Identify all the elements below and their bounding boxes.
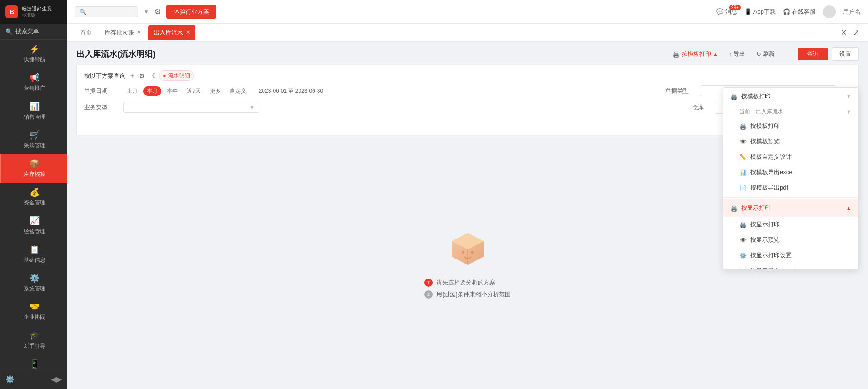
date-tab-more[interactable]: 更多: [206, 86, 224, 96]
settings-bottom-icon[interactable]: ⚙️: [5, 375, 15, 384]
app-download-btn[interactable]: 📱 App下载: [744, 8, 776, 16]
customer-service-btn[interactable]: 🎧 在线客服: [783, 8, 816, 16]
preview-icon-1: 👁️: [739, 138, 747, 145]
sidebar-item-cooperation[interactable]: 🤝 企业协同: [0, 297, 67, 326]
dropdown-item-template-export-pdf[interactable]: 📄 按模板导出pdf: [723, 180, 858, 195]
date-tab-current-month[interactable]: 本月: [143, 86, 161, 96]
dropdown-item-template-preview[interactable]: 👁️ 按模板预览: [723, 134, 858, 149]
sidebar-item-basic[interactable]: 📋 基础信息: [0, 240, 67, 269]
display-print-section-header[interactable]: 🖨️ 按显示打印 ▲: [723, 199, 858, 217]
warehouse-label: 仓库: [692, 103, 704, 111]
sidebar-item-operations[interactable]: 📈 经营管理: [0, 211, 67, 240]
query-btn[interactable]: 查询: [798, 48, 828, 60]
sidebar-item-app-center[interactable]: 📱 应用中心: [0, 354, 67, 369]
dropdown-item-display-print-settings-label: 按显示打印设置: [750, 251, 792, 259]
svg-point-3: [462, 251, 464, 254]
empty-illustration: [445, 224, 490, 269]
app-download-label: App下载: [753, 8, 776, 16]
topbar: 🔍 ▼ ⚙ 体验行业方案 💬 消息 99+ 📱 App下载 🎧 在线客服 用户名: [67, 0, 868, 24]
tabbar-right: ✕ ⤢: [839, 26, 861, 39]
tip-number-2: ②: [424, 290, 433, 299]
sidebar-item-finance[interactable]: 💰 资金管理: [0, 183, 67, 211]
export-label: 导出: [733, 50, 745, 58]
page-content: 出入库流水(流水明细) 🖨️ 按模板打印 ▲ ↑ 导出 ↻ 刷新 ··· 查询 …: [67, 42, 868, 389]
filter-collapse-btn[interactable]: 《: [149, 72, 155, 80]
dropdown-scroll: 🖨️ 按模板打印 ▼ 当前：出入库流水 ▼ 🖨️ 按模板打印 👁️: [723, 88, 858, 269]
date-tab-prev-month[interactable]: 上月: [123, 86, 141, 96]
sidebar-item-purchase-label: 采购管理: [24, 142, 45, 150]
app-name: 畅捷通好生意: [22, 5, 52, 12]
excel-icon-2: 📊: [739, 268, 747, 270]
date-label: 单据日期: [84, 87, 116, 95]
empty-tip-2: ② 用[过滤]条件来缩小分析范围: [424, 289, 510, 300]
business-type-select[interactable]: ▼: [123, 102, 259, 113]
sidebar-item-sales[interactable]: 📊 销售管理: [0, 97, 67, 125]
dropdown-item-template-export-pdf-label: 按模板导出pdf: [750, 184, 788, 192]
sidebar-item-marketing[interactable]: 📢 营销推广: [0, 68, 67, 97]
dropdown-item-template-print[interactable]: 🖨️ 按模板打印: [723, 118, 858, 134]
user-avatar[interactable]: [823, 5, 836, 18]
display-print-header-label: 按显示打印: [741, 204, 771, 212]
settings-btn[interactable]: 设置: [832, 47, 859, 61]
tab-inout-flow[interactable]: 出入库流水 ✕: [148, 25, 195, 40]
sidebar-item-finance-label: 资金管理: [24, 199, 45, 207]
refresh-btn[interactable]: ↻ 刷新: [753, 48, 778, 60]
print-template-btn[interactable]: 🖨️ 按模板打印 ▲: [669, 48, 722, 60]
app-version: 标准版: [22, 12, 52, 18]
dropdown-item-display-export-excel[interactable]: 📊 按显示导出excel: [723, 263, 858, 269]
dropdown-item-template-custom[interactable]: ✏️ 模板自定义设计: [723, 149, 858, 165]
date-tab-7days[interactable]: 近7天: [183, 86, 205, 96]
tab-inout-flow-close[interactable]: ✕: [186, 30, 190, 35]
date-tabs: 上月 本月 本年 近7天 更多 自定义: [123, 86, 250, 96]
filter-tag-icon: ●: [163, 72, 166, 79]
sidebar-item-quick-nav[interactable]: ⚡ 快捷导航: [0, 40, 67, 68]
topbar-left: 🔍 ▼ ⚙ 体验行业方案: [75, 5, 216, 19]
tab-inventory-batch-close[interactable]: ✕: [137, 30, 141, 35]
purchase-icon: 🛒: [30, 130, 40, 140]
sidebar-item-guide-label: 新手引导: [24, 342, 45, 350]
trial-button[interactable]: 体验行业方案: [166, 5, 216, 19]
topbar-gear-icon[interactable]: ⚙: [155, 7, 161, 16]
export-icon: ↑: [729, 51, 732, 58]
date-tab-custom[interactable]: 自定义: [226, 86, 250, 96]
filter-add-btn[interactable]: ＋: [129, 72, 135, 80]
empty-tips: ① 请先选择要分析的方案 ② 用[过滤]条件来缩小分析范围: [424, 277, 510, 300]
tabbar: 首页 库存批次账 ✕ 出入库流水 ✕ ✕ ⤢: [67, 24, 868, 42]
topbar-dropdown-icon[interactable]: ▼: [144, 9, 149, 15]
export-btn[interactable]: ↑ 导出: [725, 48, 749, 60]
template-print-section-header[interactable]: 🖨️ 按模板打印 ▼: [723, 88, 858, 105]
headset-icon: 🎧: [783, 8, 790, 15]
template-print-chevron-icon: ▼: [846, 94, 851, 99]
current-template-row: 当前：出入库流水 ▼: [723, 105, 858, 118]
sales-icon: 📊: [30, 101, 40, 111]
sidebar-item-operations-label: 经营管理: [24, 228, 45, 235]
sidebar-item-system[interactable]: ⚙️ 系统管理: [0, 269, 67, 297]
sidebar-item-inventory[interactable]: 📦 库存核算: [0, 154, 67, 183]
date-tab-this-year[interactable]: 本年: [163, 86, 181, 96]
tab-inventory-batch[interactable]: 库存批次账 ✕: [99, 25, 146, 40]
collapse-sidebar-icon[interactable]: ◀▶: [51, 375, 62, 384]
dropdown-item-display-print[interactable]: 🖨️ 按显示打印: [723, 217, 858, 232]
tab-expand-btn[interactable]: ⤢: [851, 26, 861, 39]
divider-1: [723, 197, 858, 198]
dropdown-item-template-export-excel-label: 按模板导出excel: [750, 168, 793, 176]
bill-type-label: 单据类型: [665, 87, 689, 95]
message-badge[interactable]: 💬 消息 99+: [716, 8, 737, 16]
tab-home[interactable]: 首页: [75, 25, 97, 40]
topbar-search-box[interactable]: 🔍: [75, 6, 138, 17]
dropdown-item-display-preview-label: 按显示预览: [750, 236, 780, 244]
sidebar-search[interactable]: 🔍 搜索菜单: [0, 24, 67, 40]
filter-title: 按以下方案查询: [84, 72, 125, 80]
search-icon: 🔍: [5, 28, 13, 35]
tab-home-label: 首页: [80, 29, 92, 37]
dropdown-item-display-print-settings[interactable]: ⚙️ 按显示打印设置: [723, 248, 858, 263]
tab-close-all-btn[interactable]: ✕: [839, 26, 848, 39]
filter-setting-btn[interactable]: ⚙: [139, 72, 145, 80]
dropdown-item-template-export-excel[interactable]: 📊 按模板导出excel: [723, 165, 858, 180]
sidebar-item-purchase[interactable]: 🛒 采购管理: [0, 125, 67, 154]
sidebar-item-guide[interactable]: 🎓 新手引导: [0, 326, 67, 354]
main-area: 🔍 ▼ ⚙ 体验行业方案 💬 消息 99+ 📱 App下载 🎧 在线客服 用户名: [67, 0, 868, 389]
dropdown-item-display-preview[interactable]: 👁️ 按显示预览: [723, 232, 858, 248]
message-count: 99+: [729, 5, 741, 10]
user-name-label: 用户名: [843, 8, 861, 16]
